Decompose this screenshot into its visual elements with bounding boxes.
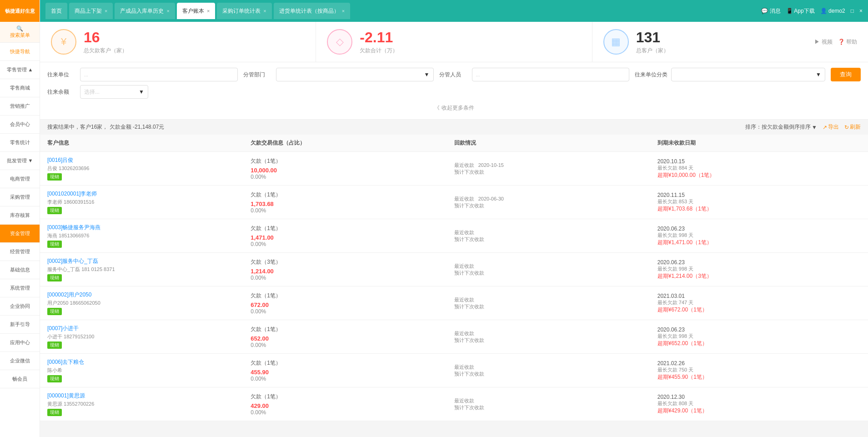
customer-name-1[interactable]: [0016]吕俊 [47,156,251,164]
recovery-label-5: 最近收款 [454,296,657,303]
sidebar-item-retail-mall[interactable]: 零售商城 [0,79,40,97]
debt-amount-3[interactable]: 1,471.00 [251,234,454,241]
sidebar-item-vip[interactable]: 畅会员 [0,370,40,388]
tab-goods-close[interactable]: × [105,8,107,14]
sort-label[interactable]: 排序：按欠款金额倒序排序 ▼ [745,123,817,131]
debt-percent-1: 0.00% [251,174,454,180]
window-expand-icon[interactable]: □ [851,8,854,14]
tab-production[interactable]: 产成品入库单历史 × [115,3,175,19]
sys-manage-label: 系统管理 [2,285,38,291]
debt-amount-5[interactable]: 672.00 [251,301,454,308]
window-close-icon[interactable]: × [859,8,863,14]
table-row: [0016]吕俊 吕俊 13026203696 现销 欠款（1笔） 10,000… [40,152,868,186]
customer-info-8: [000001]黄思源 黄思源 13552700226 现销 [47,392,251,416]
manager-input[interactable]: ... [472,68,630,81]
sidebar-item-retail-stats[interactable]: 零售统计 [0,134,40,152]
customer-name-8[interactable]: [000001]黄思源 [47,392,251,400]
unit-classify-arrow-icon: ▼ [816,71,821,78]
tab-import-stats[interactable]: 进货单统计表（按商品） × [274,3,350,19]
debt-amount-7[interactable]: 455.90 [251,369,454,376]
debt-amount-1[interactable]: 10,000.00 [251,167,454,174]
customer-name-7[interactable]: [0006]去下粮仓 [47,358,251,366]
customer-name-3[interactable]: [0003]畅捷服务尹海燕 [47,224,251,231]
tab-import-stats-close[interactable]: × [342,8,345,14]
search-label[interactable]: 搜索菜单 [2,32,38,39]
debt-amount-8[interactable]: 429.00 [251,402,454,409]
debt-amount-2[interactable]: 1,703.68 [251,201,454,207]
operation-label: 经营管理 [2,248,38,255]
dept-select[interactable]: ▼ [276,68,434,81]
sidebar-item-quick-nav[interactable]: 快捷导航 [0,43,40,61]
customer-info-7: [0006]去下粮仓 陈小希 现销 [47,358,251,382]
sidebar-item-enterprise[interactable]: 企业协同 [0,297,40,316]
recovery-label-7: 最近收款 [454,364,657,371]
table-header: 客户信息 欠款交易信息（占比） 回款情况 到期未收款日期 [40,135,868,152]
tab-customer-close[interactable]: × [207,8,210,14]
debt-amount-4[interactable]: 1,214.00 [251,268,454,275]
recovery-info-3: 最近收款 预计下次收款 [454,229,657,243]
sidebar-item-operation[interactable]: 经营管理 [0,243,40,261]
sidebar-item-purchase[interactable]: 采购管理 [0,188,40,206]
user-avatar[interactable]: 👤 demo2 [820,8,845,14]
customer-phone-5: 用户2050 18665062050 [47,300,251,306]
tab-customer[interactable]: 客户账本 × [177,3,215,19]
overdue-amount-7[interactable]: 超期¥455.90（1笔） [657,373,861,381]
table-row: [0002]服务中心_丁磊 服务中心_丁磊 181 0125 8371 现销 欠… [40,253,868,286]
overdue-amount-5[interactable]: 超期¥672.00（1笔） [657,306,861,314]
overdue-amount-4[interactable]: 超期¥1,214.00（3笔） [657,272,861,280]
sidebar-item-marketing[interactable]: 营销推广 [0,97,40,116]
customer-name-5[interactable]: [000002]用户2050 [47,291,251,299]
query-button[interactable]: 查询 [831,68,861,81]
sidebar-item-member[interactable]: 会员中心 [0,116,40,134]
overdue-amount-3[interactable]: 超期¥1,471.00（1笔） [657,239,861,246]
sidebar-item-finance[interactable]: 资金管理 [0,225,40,243]
tab-production-close[interactable]: × [166,8,169,14]
debt-info-2: 欠款（1笔） 1,703.68 0.00% [251,191,454,214]
sidebar-item-guide[interactable]: 新手引导 [0,316,40,334]
tab-home[interactable]: 首页 [45,3,67,19]
customer-name-2[interactable]: [0001020001]李老师 [47,190,251,198]
sidebar-item-inventory[interactable]: 库存核算 [0,206,40,225]
overdue-amount-1[interactable]: 超期¥10,000.00（1笔） [657,171,861,179]
customer-phone-6: 小进干 18279152100 [47,333,251,340]
message-icon[interactable]: 💬 消息 [761,7,780,15]
tab-goods[interactable]: 商品上下架 × [69,3,113,19]
overdue-amount-2[interactable]: 超期¥1,703.68（1笔） [657,205,861,213]
export-btn[interactable]: ↗ 导出 [823,123,839,131]
overdue-amount-8[interactable]: 超期¥429.00（1笔） [657,407,861,415]
sidebar-item-basic-info[interactable]: 基础信息 [0,261,40,279]
sort-icon: ▼ [812,124,817,131]
due-date-1: 2020.10.15 [657,158,861,165]
retail-manage-label: 零售管理 ▲ [2,66,38,73]
debt-info-8: 欠款（1笔） 429.00 0.00% [251,393,454,416]
sidebar-item-app-center[interactable]: 应用中心 [0,334,40,352]
collapse-bar[interactable]: 《 收起更多条件 [47,102,861,114]
sidebar-item-ecommerce[interactable]: 电商管理 [0,170,40,188]
debt-icon: ◇ [327,29,352,55]
app-download[interactable]: 📱 App下载 [786,7,815,15]
customer-name-4[interactable]: [0002]服务中心_丁磊 [47,257,251,265]
recovery-info-2: 最近收款 2020-06-30 预计下次收款 [454,196,657,209]
stat-value-total: 131 [636,29,669,46]
customer-name-6[interactable]: [0007]小进干 [47,325,251,332]
unit-classify-select[interactable]: ▼ [671,68,825,81]
col-header-recovery: 回款情况 [454,139,657,147]
recovery-label-4: 最近收款 [454,263,657,270]
tab-purchase-order[interactable]: 采购订单统计表 × [217,3,271,19]
refresh-btn[interactable]: ↻ 刷新 [844,123,861,131]
balance-select[interactable]: 选择... ▼ [80,85,148,99]
overdue-amount-6[interactable]: 超期¥652.00（1笔） [657,340,861,347]
video-btn[interactable]: ▶ 视频 [814,38,832,46]
sidebar-item-wechat[interactable]: 企业微信 [0,352,40,370]
sidebar-item-batch-manage[interactable]: 批发管理 ▼ [0,152,40,170]
tab-purchase-order-close[interactable]: × [263,8,266,14]
sidebar-search[interactable]: 🔍 搜索菜单 [0,22,40,43]
app-center-label: 应用中心 [2,339,38,346]
debt-amount-6[interactable]: 652.00 [251,335,454,342]
from-unit-input[interactable]: ... [80,68,238,81]
sidebar-item-sys-manage[interactable]: 系统管理 [0,279,40,297]
stat-value-customers: 16 [84,29,127,46]
sidebar-item-retail-manage[interactable]: 零售管理 ▲ [0,61,40,79]
help-btn[interactable]: ❓ 帮助 [838,38,857,46]
filter-unit-classify: 往来单位分类 ▼ [635,68,825,81]
